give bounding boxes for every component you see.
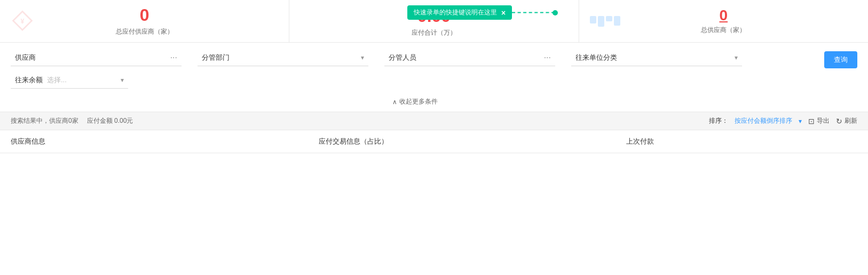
manager-dots[interactable]: ··· — [544, 53, 551, 62]
filter-balance[interactable]: 往来余额 选择... ▾ — [11, 72, 128, 89]
export-label: 导出 — [817, 116, 830, 125]
filter-row-2: 往来余额 选择... ▾ — [11, 72, 819, 89]
stat-payable-total: 0.00 应付合计（万） 快速录单的快捷键说明在这里 × — [289, 0, 579, 42]
sort-value[interactable]: 按应付会额倒序排序 — [735, 116, 792, 125]
filter-department[interactable]: 分管部门 ▾ — [198, 49, 368, 66]
filter-row-wrapper: 供应商 ··· 分管部门 ▾ 分管人员 ··· — [11, 49, 857, 112]
filter-supplier[interactable]: 供应商 ··· — [11, 49, 182, 66]
collapse-icon: ∧ — [392, 98, 397, 106]
tooltip-close-button[interactable]: × — [501, 9, 506, 17]
manager-label: 分管人员 — [389, 53, 416, 62]
results-right: 排序： 按应付会额倒序排序 ▾ ⊡ 导出 ↻ 刷新 — [709, 116, 857, 125]
tooltip-bubble: 快速录单的快捷键说明在这里 × — [407, 5, 512, 20]
collapse-bar: ∧ 收起更多条件 — [11, 94, 819, 112]
stat-total-payable-suppliers: ¥ 0 总应付供应商（家） — [0, 0, 289, 42]
filter-fields: 供应商 ··· 分管部门 ▾ 分管人员 ··· — [11, 49, 819, 112]
tooltip-text: 快速录单的快捷键说明在这里 — [414, 8, 497, 17]
balance-placeholder: 选择... — [47, 75, 67, 85]
balance-arrow[interactable]: ▾ — [121, 76, 124, 84]
tooltip-dot — [553, 10, 558, 15]
filter-section: 供应商 ··· 分管部门 ▾ 分管人员 ··· — [0, 43, 868, 112]
query-button[interactable]: 查询 — [824, 51, 857, 68]
stat-total-suppliers-number: 0 — [720, 7, 728, 24]
blue-boxes-decoration — [590, 16, 620, 27]
stats-bar: ¥ 0 总应付供应商（家） 0.00 应付合计（万） 快速录单的快捷键说明在这里… — [0, 0, 868, 43]
sort-label: 排序： — [709, 116, 728, 125]
table-header: 供应商信息 应付交易信息（占比） 上次付款 — [0, 130, 868, 153]
export-icon: ⊡ — [808, 117, 815, 125]
table-body — [0, 153, 868, 275]
refresh-button[interactable]: ↻ 刷新 — [836, 116, 857, 125]
svg-text:¥: ¥ — [21, 18, 25, 25]
stat-total-suppliers: 0 总供应商（家） — [579, 0, 868, 42]
stat-payable-suppliers-label: 总应付供应商（家） — [116, 27, 173, 36]
col-supplier: 供应商信息 — [11, 137, 319, 146]
payable-amount-text: 应付金额 0.00元 — [87, 116, 133, 125]
department-label: 分管部门 — [202, 53, 230, 62]
sort-arrow-icon[interactable]: ▾ — [799, 117, 802, 125]
diamond-icon: ¥ — [11, 10, 34, 33]
supplier-dots[interactable]: ··· — [170, 53, 177, 62]
search-result-text: 搜索结果中，供应商0家 — [11, 116, 78, 125]
category-input[interactable] — [621, 53, 738, 61]
filter-row-1: 供应商 ··· 分管部门 ▾ 分管人员 ··· — [11, 49, 819, 66]
department-arrow[interactable]: ▾ — [361, 54, 364, 61]
filter-category[interactable]: 往来单位分类 ▾ — [571, 49, 742, 66]
results-bar: 搜索结果中，供应商0家 应付金额 0.00元 排序： 按应付会额倒序排序 ▾ ⊡… — [0, 112, 868, 130]
stat-payable-total-label: 应付合计（万） — [412, 28, 456, 37]
stat-payable-suppliers-number: 0 — [140, 6, 149, 25]
stat-total-suppliers-label: 总供应商（家） — [701, 26, 746, 35]
col-transaction: 应付交易信息（占比） — [319, 137, 627, 146]
supplier-label: 供应商 — [15, 53, 36, 62]
supplier-input[interactable] — [40, 53, 177, 61]
category-label: 往来单位分类 — [575, 53, 617, 62]
balance-label: 往来余额 — [15, 75, 43, 85]
department-input[interactable] — [234, 53, 364, 61]
manager-input[interactable] — [421, 53, 551, 61]
col-lastpay: 上次付款 — [626, 137, 857, 146]
collapse-button[interactable]: ∧ 收起更多条件 — [392, 97, 438, 106]
filter-manager[interactable]: 分管人员 ··· — [384, 49, 555, 66]
refresh-label: 刷新 — [845, 116, 857, 125]
category-arrow[interactable]: ▾ — [735, 54, 738, 61]
results-left: 搜索结果中，供应商0家 应付金额 0.00元 — [11, 116, 133, 125]
refresh-icon: ↻ — [836, 117, 842, 125]
collapse-text: 收起更多条件 — [399, 97, 438, 106]
export-button[interactable]: ⊡ 导出 — [808, 116, 830, 125]
filter-actions: 查询 — [824, 49, 857, 68]
